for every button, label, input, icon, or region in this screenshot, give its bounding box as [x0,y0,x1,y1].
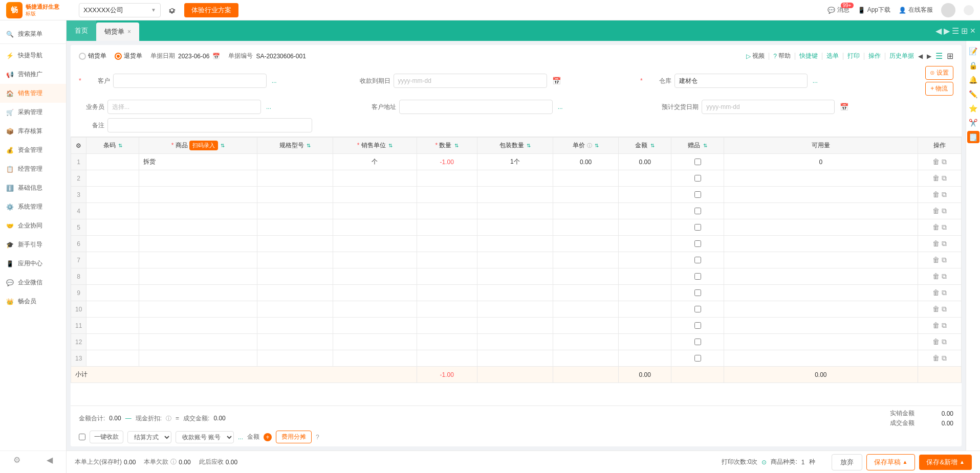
row-gift-11[interactable] [671,318,724,334]
row-amount-2[interactable] [619,170,671,187]
sidebar-item-basic-info[interactable]: ℹ️ 基础信息 [0,178,66,197]
fee-split-button[interactable]: 费用分摊 [276,431,312,443]
row-amount-9[interactable] [619,285,671,301]
view-switch-grid[interactable]: ⊞ [947,51,953,61]
barcode-sort[interactable]: ⇅ [118,143,122,148]
row-delete-10[interactable]: 🗑 [932,305,940,313]
row-qty-8[interactable] [417,268,477,285]
history-prev-icon[interactable]: ◀ [918,53,923,60]
customer-addr-input[interactable] [399,100,553,114]
row-pkgqty-6[interactable] [477,236,553,252]
expected-date-input[interactable]: yyyy-mm-dd [702,100,835,114]
row-spec-8[interactable] [257,268,333,285]
try-plan-button[interactable]: 体验行业方案 [184,3,238,17]
row-delete-1[interactable]: 🗑 [932,157,940,166]
row-qty-2[interactable] [417,170,477,187]
row-spec-2[interactable] [257,170,333,187]
row-gift-5[interactable] [671,219,724,236]
right-tool-7[interactable]: 🗒️ [967,131,979,143]
right-tool-2[interactable]: 🔒 [967,59,979,72]
row-product-4[interactable] [139,203,257,219]
row-price-8[interactable] [553,268,619,285]
price-info-icon[interactable]: ⓘ [587,143,592,148]
online-service-button[interactable]: 👤 在线客服 [899,6,933,14]
tab-home[interactable]: 首页 [67,20,96,41]
row-gift-8[interactable] [671,268,724,285]
row-gift-7[interactable] [671,252,724,268]
gift-checkbox-3[interactable] [694,191,701,198]
row-unit-3[interactable] [333,187,417,203]
row-pkgqty-12[interactable] [477,334,553,350]
sidebar-item-app-center[interactable]: 📱 应用中心 [0,254,66,273]
amount-sort[interactable]: ⇅ [650,143,655,148]
row-unit-9[interactable] [333,285,417,301]
row-unit-4[interactable] [333,203,417,219]
app-download-button[interactable]: 📱 App下载 [858,6,890,14]
row-delete-11[interactable]: 🗑 [932,321,940,330]
customer-input[interactable] [113,74,267,88]
row-delete-3[interactable]: 🗑 [932,190,940,199]
row-amount-10[interactable] [619,301,671,318]
row-copy-2[interactable]: ⧉ [942,174,947,183]
row-product-6[interactable] [139,236,257,252]
row-spec-10[interactable] [257,301,333,318]
row-barcode-8[interactable] [86,268,139,285]
gift-checkbox-7[interactable] [694,257,701,263]
row-barcode-9[interactable] [86,285,139,301]
operations-action[interactable]: 操作 [868,52,881,60]
abandon-button[interactable]: 放弃 [832,454,862,470]
gift-checkbox-13[interactable] [694,355,701,362]
row-delete-7[interactable]: 🗑 [932,256,940,264]
row-copy-7[interactable]: ⧉ [942,256,947,264]
row-amount-11[interactable] [619,318,671,334]
row-product-2[interactable] [139,170,257,187]
row-barcode-12[interactable] [86,334,139,350]
warehouse-input[interactable]: 建材仓 [674,74,808,88]
row-copy-5[interactable]: ⧉ [942,223,947,232]
row-copy-3[interactable]: ⧉ [942,190,947,199]
sidebar-item-capital[interactable]: 💰 资金管理 [0,141,66,160]
row-product-13[interactable] [139,350,257,367]
row-price-2[interactable] [553,170,619,187]
unit-sort[interactable]: ⇅ [388,143,393,148]
row-gift-1[interactable] [671,154,724,170]
row-price-13[interactable] [553,350,619,367]
row-pkgqty-13[interactable] [477,350,553,367]
row-product-5[interactable] [139,219,257,236]
row-delete-4[interactable]: 🗑 [932,207,940,215]
gift-checkbox-4[interactable] [694,208,701,214]
customer-more-icon[interactable]: ... [272,77,277,84]
row-barcode-11[interactable] [86,318,139,334]
row-qty-5[interactable] [417,219,477,236]
row-spec-12[interactable] [257,334,333,350]
row-spec-5[interactable] [257,219,333,236]
row-qty-1[interactable]: -1.00 [417,154,477,170]
sidebar-item-marketing[interactable]: 📢 营销推广 [0,65,66,84]
row-copy-8[interactable]: ⧉ [942,272,947,281]
col-settings-header[interactable]: ⚙ [71,138,86,154]
row-spec-3[interactable] [257,187,333,203]
row-qty-3[interactable] [417,187,477,203]
row-unit-10[interactable] [333,301,417,318]
row-spec-1[interactable] [257,154,333,170]
row-amount-3[interactable] [619,187,671,203]
tab-sales-order[interactable]: 销货单 × [96,22,139,41]
sidebar-settings-icon[interactable]: ⚙ [13,455,20,465]
return-order-radio[interactable]: 退货单 [115,52,142,60]
logistics-button[interactable]: + 物流 [925,82,953,96]
row-barcode-13[interactable] [86,350,139,367]
row-copy-6[interactable]: ⧉ [942,239,947,248]
salesperson-more-icon[interactable]: ... [266,103,271,110]
row-gift-2[interactable] [671,170,724,187]
row-copy-1[interactable]: ⧉ [942,157,947,166]
select-action[interactable]: 选单 [826,52,839,60]
row-pkgqty-10[interactable] [477,301,553,318]
row-price-12[interactable] [553,334,619,350]
row-qty-11[interactable] [417,318,477,334]
sidebar-item-system[interactable]: ⚙️ 系统管理 [0,197,66,216]
row-price-6[interactable] [553,236,619,252]
pkgqty-sort[interactable]: ⇅ [527,143,531,148]
product-sort[interactable]: ⇅ [221,143,225,148]
row-gift-6[interactable] [671,236,724,252]
sidebar-item-member[interactable]: 👑 畅会员 [0,292,66,311]
